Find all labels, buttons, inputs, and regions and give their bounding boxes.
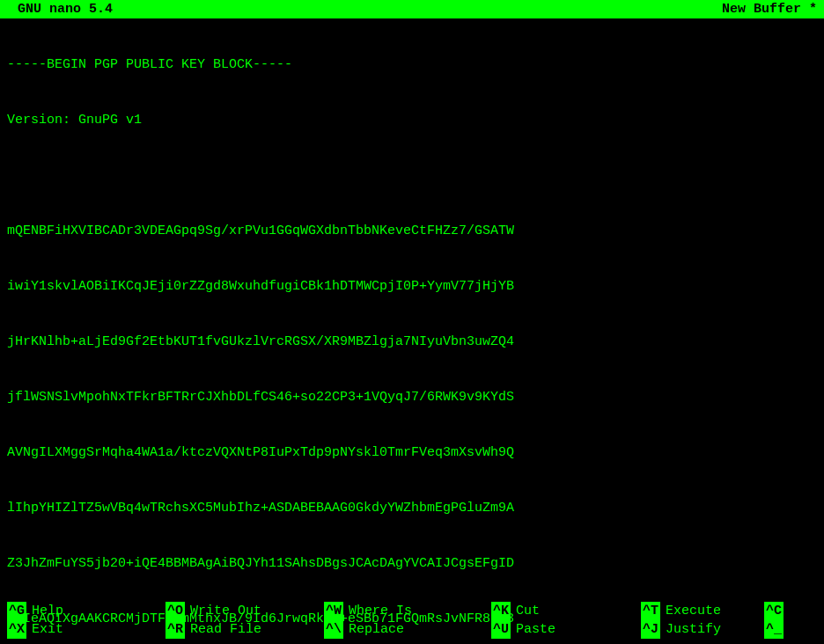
- shortcut-read-file[interactable]: ^R Read File: [166, 620, 324, 639]
- shortcut-label: Justify: [666, 620, 721, 639]
- key-label: ^K: [491, 602, 511, 620]
- shortcut-goto[interactable]: ^_: [764, 620, 799, 639]
- key-label: ^J: [641, 620, 660, 639]
- editor-content[interactable]: -----BEGIN PGP PUBLIC KEY BLOCK----- Ver…: [0, 18, 824, 644]
- shortcut-execute[interactable]: ^T Execute: [641, 602, 764, 620]
- shortcut-write-out[interactable]: ^O Write Out: [166, 602, 324, 620]
- content-line: Z3JhZmFuYS5jb20+iQE4BBMBAgAiBQJYh11SAhsD…: [7, 554, 817, 573]
- key-label: ^\: [324, 620, 343, 639]
- content-line: AVNgILXMggSrMqha4WA1a/ktczVQXNtP8IuPxTdp…: [7, 443, 817, 462]
- shortcut-label: Replace: [349, 620, 404, 639]
- footer-row-2: ^X Exit ^R Read File ^\ Replace ^U Paste…: [7, 620, 817, 639]
- buffer-status: New Buffer *: [722, 0, 817, 18]
- key-label: ^G: [7, 602, 26, 620]
- key-label: ^_: [764, 620, 784, 639]
- shortcut-label: Help: [32, 602, 63, 620]
- content-line: Version: GnuPG v1: [7, 111, 817, 129]
- shortcut-label: Paste: [516, 620, 555, 639]
- titlebar: GNU nano 5.4 New Buffer *: [0, 0, 824, 18]
- shortcut-label: Where Is: [349, 602, 412, 620]
- shortcut-label: Execute: [666, 602, 721, 620]
- footer-shortcuts: ^G Help ^O Write Out ^W Where Is ^K Cut …: [0, 602, 824, 644]
- content-line: mQENBFiHXVIBCADr3VDEAGpq9Sg/xrPVu1GGqWGX…: [7, 222, 817, 240]
- shortcut-location[interactable]: ^C: [764, 602, 799, 620]
- key-label: ^C: [764, 602, 784, 620]
- shortcut-help[interactable]: ^G Help: [7, 602, 166, 620]
- content-line: -----BEGIN PGP PUBLIC KEY BLOCK-----: [7, 55, 817, 74]
- key-label: ^O: [166, 602, 185, 620]
- content-line: jflWSNSlvMpohNxTFkrBFTRrCJXhbDLfCS46+so2…: [7, 388, 817, 406]
- key-label: ^R: [166, 620, 185, 639]
- shortcut-justify[interactable]: ^J Justify: [641, 620, 764, 639]
- key-label: ^X: [7, 620, 26, 639]
- key-label: ^W: [324, 602, 343, 620]
- content-line: [7, 166, 817, 185]
- shortcut-replace[interactable]: ^\ Replace: [324, 620, 491, 639]
- shortcut-where-is[interactable]: ^W Where Is: [324, 602, 491, 620]
- shortcut-label: Read File: [190, 620, 261, 639]
- shortcut-cut[interactable]: ^K Cut: [491, 602, 641, 620]
- shortcut-label: Exit: [32, 620, 63, 639]
- key-label: ^T: [641, 602, 660, 620]
- shortcut-paste[interactable]: ^U Paste: [491, 620, 641, 639]
- content-line: iwiY1skvlAOBiIKCqJEji0rZZgd8WxuhdfugiCBk…: [7, 277, 817, 296]
- app-name: GNU nano 5.4: [7, 0, 113, 18]
- content-line: jHrKNlhb+aLjEd9Gf2EtbKUT1fvGUkzlVrcRGSX/…: [7, 333, 817, 351]
- key-label: ^U: [491, 620, 511, 639]
- shortcut-label: Write Out: [190, 602, 261, 620]
- footer-row-1: ^G Help ^O Write Out ^W Where Is ^K Cut …: [7, 602, 817, 620]
- shortcut-label: Cut: [516, 602, 540, 620]
- shortcut-exit[interactable]: ^X Exit: [7, 620, 166, 639]
- content-line: lIhpYHIZlTZ5wVBq4wTRchsXC5MubIhz+ASDABEB…: [7, 499, 817, 517]
